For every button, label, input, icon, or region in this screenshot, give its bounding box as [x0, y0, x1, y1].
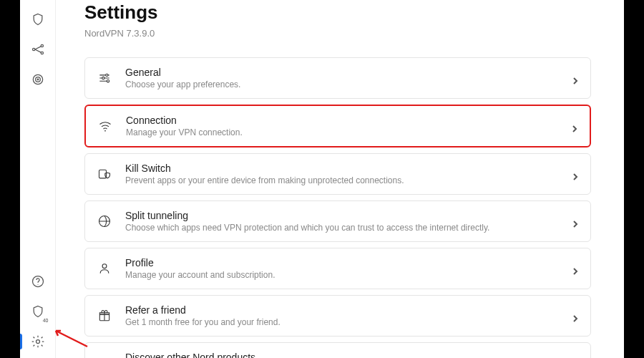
row-title: Kill Switch [125, 163, 572, 174]
chevron-right-icon [572, 218, 579, 225]
user-icon [97, 261, 112, 276]
row-desc: Manage your account and subscription. [125, 270, 572, 280]
row-refer[interactable]: Refer a friend Get 1 month free for you … [84, 295, 591, 337]
page-title: Settings [84, 1, 624, 24]
row-split-tunneling[interactable]: Split tunneling Choose which apps need V… [84, 200, 591, 242]
chevron-right-icon [572, 74, 579, 82]
row-title: General [125, 67, 572, 78]
row-kill-switch[interactable]: Kill Switch Prevent apps or your entire … [84, 153, 591, 195]
sliders-icon [97, 70, 112, 86]
sidebar-target-icon[interactable] [30, 72, 46, 87]
sidebar-notification-icon[interactable]: 40 [30, 304, 46, 319]
row-title: Refer a friend [125, 304, 572, 316]
svg-point-11 [107, 80, 109, 82]
sidebar-active-indicator [20, 334, 22, 349]
svg-point-1 [41, 44, 43, 47]
device-shield-icon [97, 166, 112, 182]
row-desc: Choose your app preferences. [125, 79, 572, 90]
chevron-right-icon [571, 122, 578, 130]
gift-icon [97, 308, 112, 324]
settings-list: General Choose your app preferences. Con… [84, 57, 624, 358]
row-desc: Choose which apps need VPN protection an… [125, 223, 572, 233]
chevron-right-icon [572, 312, 579, 319]
svg-point-15 [102, 264, 107, 268]
row-desc: Get 1 month free for you and your friend… [125, 317, 572, 327]
sidebar-settings-icon[interactable] [30, 334, 46, 349]
globe-split-icon [97, 213, 112, 229]
chevron-right-icon [572, 170, 579, 178]
sidebar-mesh-icon[interactable] [30, 42, 46, 57]
row-title: Discover other Nord products [125, 352, 572, 358]
row-profile[interactable]: Profile Manage your account and subscrip… [84, 248, 591, 289]
svg-point-9 [106, 74, 108, 76]
svg-point-2 [41, 52, 43, 54]
sidebar-shield-icon[interactable] [30, 11, 46, 27]
svg-point-7 [37, 284, 38, 285]
row-desc: Manage your VPN connection. [126, 127, 571, 137]
row-desc: Prevent apps or your entire device from … [125, 175, 572, 185]
notification-badge: 40 [42, 318, 50, 324]
row-connection[interactable]: Connection Manage your VPN connection. [84, 105, 591, 147]
row-general[interactable]: General Choose your app preferences. [84, 57, 591, 99]
wifi-icon [97, 118, 113, 134]
svg-point-10 [102, 77, 104, 79]
sidebar-help-icon[interactable] [30, 274, 46, 289]
sidebar: 40 [20, 0, 56, 358]
row-title: Connection [126, 115, 571, 126]
svg-point-12 [104, 130, 106, 132]
row-title: Split tunneling [125, 210, 572, 221]
svg-point-8 [36, 340, 39, 344]
main-content: Settings NordVPN 7.3.9.0 General Choose … [56, 0, 624, 358]
shield-plus-icon [97, 355, 112, 358]
chevron-right-icon [572, 265, 579, 272]
svg-point-5 [37, 79, 39, 80]
svg-point-0 [32, 48, 34, 50]
row-discover[interactable]: Discover other Nord products Extend your… [84, 342, 591, 358]
app-version: NordVPN 7.3.9.0 [84, 28, 624, 39]
row-title: Profile [125, 257, 572, 268]
